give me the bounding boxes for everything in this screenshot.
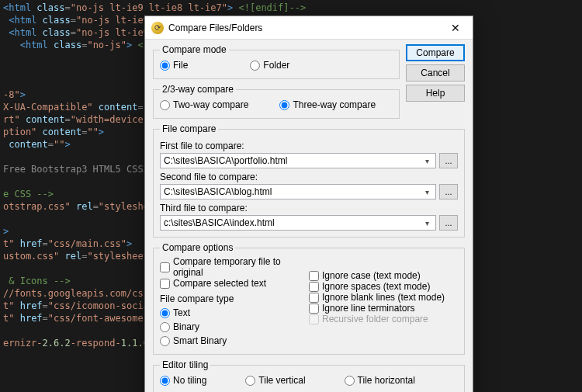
dialog-titlebar: ⟳ Compare Files/Folders ✕ [145, 16, 473, 40]
chevron-down-icon: ▾ [421, 219, 432, 227]
first-file-browse-button[interactable]: ... [439, 153, 458, 168]
compare-mode-legend: Compare mode [160, 44, 229, 55]
compare-temp-checkbox[interactable]: Compare temporary file to original [160, 256, 309, 278]
compare-options-group: Compare options Compare temporary file t… [153, 242, 465, 355]
compare-mode-group: Compare mode File Folder [153, 44, 400, 79]
second-file-browse-button[interactable]: ... [439, 184, 458, 199]
close-button[interactable]: ✕ [440, 17, 471, 39]
help-button[interactable]: Help [406, 85, 465, 102]
file-compare-type-label: File compare type [160, 293, 309, 304]
type-text-radio[interactable]: Text [160, 306, 309, 320]
second-file-label: Second file to compare: [160, 172, 458, 182]
editor-tiling-group: Editor tiling No tiling Tile vertical Ti… [153, 359, 465, 392]
editor-tiling-legend: Editor tiling [160, 359, 210, 370]
compare-options-legend: Compare options [160, 242, 235, 253]
file-compare-group: File compare First file to compare: C:\s… [153, 123, 465, 238]
chevron-down-icon: ▾ [421, 157, 432, 165]
first-file-combo[interactable]: C:\sites\BASICA\portfolio.html▾ [160, 153, 436, 168]
third-file-browse-button[interactable]: ... [439, 215, 458, 231]
tiling-horizontal-radio[interactable]: Tile horizontal [345, 375, 415, 386]
way-compare-legend: 2/3-way compare [160, 84, 236, 95]
recursive-checkbox: Recursive folder compare [309, 314, 458, 324]
tiling-vertical-radio[interactable]: Tile vertical [245, 375, 305, 386]
first-file-label: First file to compare: [160, 140, 458, 151]
close-icon: ✕ [451, 22, 460, 34]
ignore-terminators-checkbox[interactable]: Ignore line terminators [309, 303, 458, 314]
second-file-combo[interactable]: C:\sites\BASICA\blog.html▾ [160, 184, 436, 199]
compare-selected-checkbox[interactable]: Compare selected text [160, 278, 309, 289]
mode-file-radio[interactable]: File [160, 60, 188, 71]
mode-folder-radio[interactable]: Folder [250, 60, 289, 71]
ignore-blank-checkbox[interactable]: Ignore blank lines (text mode) [309, 292, 458, 303]
compare-dialog: ⟳ Compare Files/Folders ✕ Compare mode F… [144, 16, 473, 392]
app-icon: ⟳ [151, 22, 164, 34]
tiling-none-radio[interactable]: No tiling [160, 375, 206, 386]
third-file-combo[interactable]: c:\sites\BASICA\index.html▾ [160, 215, 436, 231]
type-smart-binary-radio[interactable]: Smart Binary [160, 334, 309, 348]
type-binary-radio[interactable]: Binary [160, 320, 309, 334]
cancel-button[interactable]: Cancel [406, 64, 465, 82]
dialog-title: Compare Files/Folders [168, 23, 440, 33]
way-compare-group: 2/3-way compare Two-way compare Three-wa… [153, 84, 400, 119]
third-file-label: Third file to compare: [160, 203, 458, 213]
file-compare-legend: File compare [160, 123, 218, 134]
ignore-case-checkbox[interactable]: Ignore case (text mode) [309, 270, 458, 281]
three-way-radio[interactable]: Three-way compare [279, 99, 376, 110]
chevron-down-icon: ▾ [421, 188, 432, 196]
two-way-radio[interactable]: Two-way compare [160, 99, 248, 110]
compare-button[interactable]: Compare [406, 44, 465, 61]
ignore-spaces-checkbox[interactable]: Ignore spaces (text mode) [309, 281, 458, 292]
